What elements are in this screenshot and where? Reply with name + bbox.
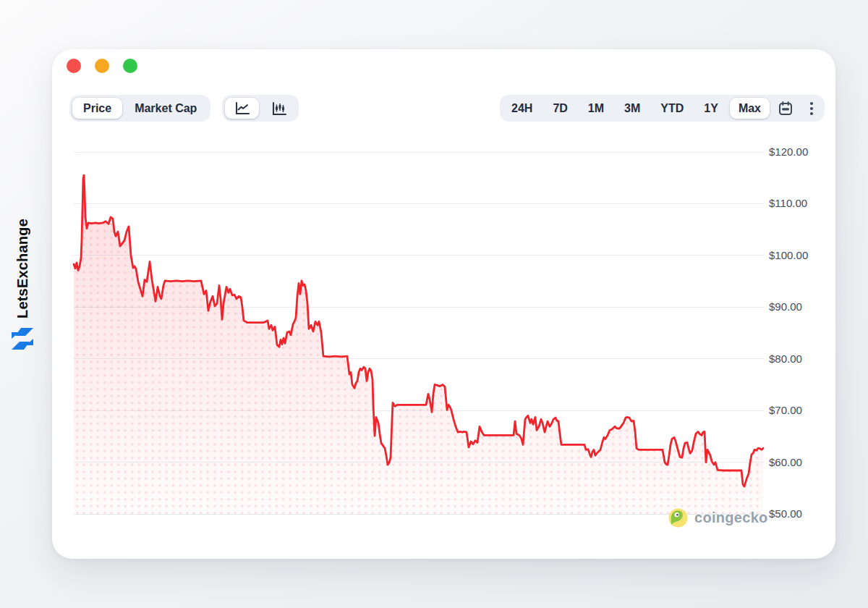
y-tick-label-60: $60.00 xyxy=(769,456,802,469)
line-chart-icon xyxy=(234,100,251,117)
coingecko-wordmark: coingecko xyxy=(694,510,768,526)
line-chart-type-button[interactable] xyxy=(225,98,259,119)
letsexchange-logo-shape xyxy=(12,342,30,350)
metric-option-price[interactable]: Price xyxy=(72,98,122,119)
letsexchange-branding: LetsExchange xyxy=(6,219,39,352)
area-dot-pattern xyxy=(74,175,763,514)
y-tick-label-50: $50.00 xyxy=(769,507,802,520)
range-option-max[interactable]: Max xyxy=(730,98,770,119)
y-tick-label-120: $120.00 xyxy=(769,145,808,159)
more-options-button[interactable] xyxy=(801,98,822,119)
plot-area[interactable] xyxy=(74,152,764,514)
close-window-button[interactable] xyxy=(67,59,81,73)
candlestick-chart-type-button[interactable] xyxy=(262,98,296,119)
y-tick-label-90: $90.00 xyxy=(769,300,802,313)
range-option-1m[interactable]: 1M xyxy=(579,98,613,119)
range-selector: 24H7D1M3MYTD1YMax xyxy=(500,95,825,122)
range-option-1y[interactable]: 1Y xyxy=(695,98,727,119)
letsexchange-logo-icon xyxy=(9,325,36,352)
range-option-ytd[interactable]: YTD xyxy=(652,98,692,119)
y-tick-label-80: $80.00 xyxy=(769,352,802,366)
letsexchange-wordmark: LetsExchange xyxy=(14,219,31,318)
coingecko-logo-icon xyxy=(668,508,688,528)
metric-toggle: PriceMarket Cap xyxy=(69,95,210,122)
chart-toolbar: PriceMarket Cap xyxy=(69,95,825,122)
y-tick-label-70: $70.00 xyxy=(769,404,802,417)
candlestick-chart-icon xyxy=(271,100,288,117)
y-tick-label-100: $100.00 xyxy=(769,249,808,262)
range-option-24h[interactable]: 24H xyxy=(503,98,541,119)
calendar-icon xyxy=(778,101,793,117)
minimize-window-button[interactable] xyxy=(95,59,109,73)
price-line-chart xyxy=(74,152,764,514)
kebab-menu-icon xyxy=(809,101,814,117)
range-option-7d[interactable]: 7D xyxy=(544,98,576,119)
window-controls xyxy=(67,59,137,73)
metric-option-market-cap[interactable]: Market Cap xyxy=(124,98,208,119)
zoom-window-button[interactable] xyxy=(123,59,137,73)
range-option-3m[interactable]: 3M xyxy=(616,98,649,119)
chart-widget-card: PriceMarket Cap xyxy=(52,49,835,559)
chart-type-toggle xyxy=(222,95,299,122)
range-buttons: 24H7D1M3MYTD1YMax xyxy=(503,98,770,119)
y-tick-label-110: $110.00 xyxy=(769,197,807,210)
calendar-button[interactable] xyxy=(773,98,799,119)
letsexchange-logo-shape xyxy=(15,328,33,336)
coingecko-attribution[interactable]: coingecko xyxy=(668,508,768,528)
